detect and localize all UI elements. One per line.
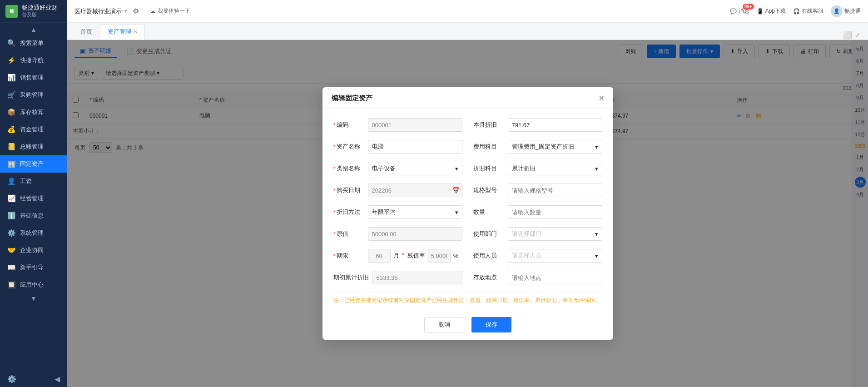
expense-account-select[interactable]: 管理费用_固定资产折旧 ▾ — [508, 140, 602, 154]
sidebar-item-label: 系统管理 — [20, 229, 44, 237]
field-dept: 使用部门 请选择部门 ▾ — [473, 227, 602, 241]
topbar-right: 💬 消息 99+ 📱 App下载 🎧 在线客服 👤 畅捷通 — [730, 5, 861, 17]
sidebar-item-sales[interactable]: 📊 销售管理 — [0, 69, 67, 86]
topbar-settings-icon[interactable]: ⚙ — [133, 7, 139, 15]
field-category: * 类别名称 电子设备 ▾ — [333, 162, 462, 175]
sidebar-scroll-up[interactable]: ▲ — [30, 26, 37, 33]
cloud-icon: ☁ — [150, 8, 155, 15]
topbar-user-btn[interactable]: 👤 畅捷通 — [831, 5, 861, 17]
sidebar-item-purchase[interactable]: 🛒 采购管理 — [0, 86, 67, 104]
page-area: ▣ 资产明细 📄 变更生成凭证 对账 + 新增 批量操作 ▾ ⬆ — [67, 40, 868, 387]
topbar-feedback[interactable]: ☁ 我要体验一下 — [150, 7, 190, 15]
window-expand-icon[interactable]: ⤢ — [855, 32, 860, 39]
this-month-dep-input[interactable] — [508, 118, 602, 132]
sidebar-item-system[interactable]: ⚙️ 系统管理 — [0, 224, 67, 242]
sidebar-item-label: 企业协同 — [20, 246, 44, 254]
sidebar-header: 畅 畅捷通好业财 普及版 — [0, 0, 67, 23]
code-input[interactable] — [368, 118, 462, 132]
topbar-company-name: 医疗器械行业演示 — [74, 7, 122, 15]
topbar-messages-btn[interactable]: 💬 消息 99+ — [730, 7, 749, 15]
tab-asset-mgmt[interactable]: 资产管理 × — [100, 24, 145, 40]
search-icon: 🔍 — [7, 39, 15, 47]
sidebar-item-payroll[interactable]: 👤 工资 — [0, 173, 67, 190]
dep-method-select[interactable]: 年限平均 ▾ — [368, 205, 462, 219]
sidebar-item-guide[interactable]: 📖 新手引导 — [0, 259, 67, 276]
modal-save-btn[interactable]: 保存 — [471, 317, 511, 332]
field-code: * 编码 — [333, 118, 462, 132]
field-spec: 规格型号 — [473, 184, 602, 197]
sidebar-item-inventory[interactable]: 📦 库存核算 — [0, 104, 67, 121]
chart-icon: 📊 — [7, 74, 15, 82]
purchase-date-input[interactable] — [368, 184, 462, 197]
spec-input[interactable] — [508, 184, 602, 197]
sidebar-item-label: 应用中心 — [20, 281, 44, 289]
sidebar-item-label: 总账管理 — [20, 143, 44, 151]
book-icon: 📖 — [7, 263, 15, 272]
sidebar-item-app-center[interactable]: 🔲 应用中心 — [0, 276, 67, 293]
cart-icon: 🛒 — [7, 91, 15, 99]
modal-body: * 编码 本月折旧 — [322, 109, 613, 312]
topbar-company-selector[interactable]: 医疗器械行业演示 ▾ — [74, 7, 127, 15]
handshake-icon: 🤝 — [7, 246, 15, 254]
download-icon: 📱 — [757, 8, 764, 15]
calendar-icon[interactable]: 📅 — [452, 187, 460, 194]
category-select[interactable]: 电子设备 ▾ — [368, 162, 462, 175]
sidebar-item-search[interactable]: 🔍 搜索菜单 — [0, 35, 67, 52]
tab-close-icon[interactable]: × — [134, 29, 137, 35]
sidebar-item-general-ledger[interactable]: 📒 总账管理 — [0, 138, 67, 155]
sidebar-item-label: 快捷导航 — [20, 56, 44, 64]
modal-close-btn[interactable]: × — [599, 94, 604, 103]
sidebar-item-basic-info[interactable]: ℹ️ 基础信息 — [0, 207, 67, 224]
field-purchase-date: * 购买日期 📅 — [333, 184, 462, 197]
main-content: 医疗器械行业演示 ▾ ⚙ ☁ 我要体验一下 💬 消息 99+ 📱 App下载 🎧… — [67, 0, 868, 387]
topbar-app-download-btn[interactable]: 📱 App下载 — [757, 7, 786, 15]
modal-cancel-btn[interactable]: 取消 — [424, 317, 464, 332]
message-icon: 💬 — [730, 8, 737, 15]
user-icon: 👤 — [7, 177, 15, 185]
chevron-down-icon: ▾ — [595, 144, 598, 150]
period-inline: 月 * 残值率 % — [368, 249, 459, 263]
asset-name-label: * 资产名称 — [333, 143, 364, 151]
flash-icon: ⚡ — [7, 56, 15, 64]
sidebar-item-enterprise[interactable]: 🤝 企业协同 — [0, 242, 67, 259]
sidebar-item-label: 工资 — [20, 177, 32, 185]
tab-home[interactable]: 首页 — [73, 24, 100, 40]
location-input[interactable] — [508, 271, 602, 284]
sidebar-settings-icon[interactable]: ⚙️ — [7, 375, 16, 383]
sidebar-scroll-down[interactable]: ▼ — [30, 295, 37, 302]
modal-note: 注：已经存在变更记录或者对应固定资产已经生成凭证，原值、购买日期、残值率、累计折… — [333, 293, 602, 306]
original-value-input[interactable] — [368, 227, 462, 241]
this-month-dep-label: 本月折旧 — [473, 121, 504, 129]
dept-select[interactable]: 请选择部门 ▾ — [508, 227, 602, 241]
period-input[interactable] — [368, 249, 391, 263]
sidebar-collapse-icon[interactable]: ◀ — [55, 375, 60, 383]
sidebar-item-fixed-assets[interactable]: 🏢 固定资产 — [0, 155, 67, 173]
app-edition: 普及版 — [22, 11, 57, 18]
person-select[interactable]: 请选择人员 ▾ — [508, 249, 602, 263]
tabbar: 首页 资产管理 × ⬜ ⤢ — [67, 23, 868, 40]
sidebar-item-finance[interactable]: 💰 资金管理 — [0, 121, 67, 138]
category-label: * 类别名称 — [333, 164, 364, 173]
sidebar-item-label: 固定资产 — [20, 160, 44, 168]
field-period-dep: 期初累计折旧 — [333, 271, 462, 284]
window-maximize-icon[interactable]: ⬜ — [843, 31, 852, 40]
tab-asset-label: 资产管理 — [108, 28, 131, 36]
topbar-online-service-btn[interactable]: 🎧 在线客服 — [793, 7, 823, 15]
code-label: * 编码 — [333, 121, 364, 129]
sidebar-item-label: 基础信息 — [20, 212, 44, 220]
chevron-down-icon: ▾ — [595, 231, 598, 238]
purchase-date-label: * 购买日期 — [333, 186, 364, 194]
sidebar-item-label: 库存核算 — [20, 108, 44, 116]
grid-icon: 🔲 — [7, 281, 15, 289]
quantity-input[interactable] — [508, 205, 602, 219]
asset-name-input[interactable] — [368, 140, 462, 154]
period-dep-input[interactable] — [372, 271, 462, 284]
sidebar-item-quick-nav[interactable]: ⚡ 快捷导航 — [0, 52, 67, 69]
modal-row-1: * 编码 本月折旧 — [333, 118, 602, 132]
dep-account-select[interactable]: 累计折旧 ▾ — [508, 162, 602, 175]
ledger-icon: 📒 — [7, 143, 15, 151]
sidebar-item-operations[interactable]: 📈 经营管理 — [0, 190, 67, 207]
residual-rate-input[interactable] — [428, 249, 451, 263]
sidebar: 畅 畅捷通好业财 普及版 ▲ 🔍 搜索菜单 ⚡ 快捷导航 📊 销售管理 🛒 采购… — [0, 0, 67, 387]
quantity-label: 数量 — [473, 208, 504, 216]
